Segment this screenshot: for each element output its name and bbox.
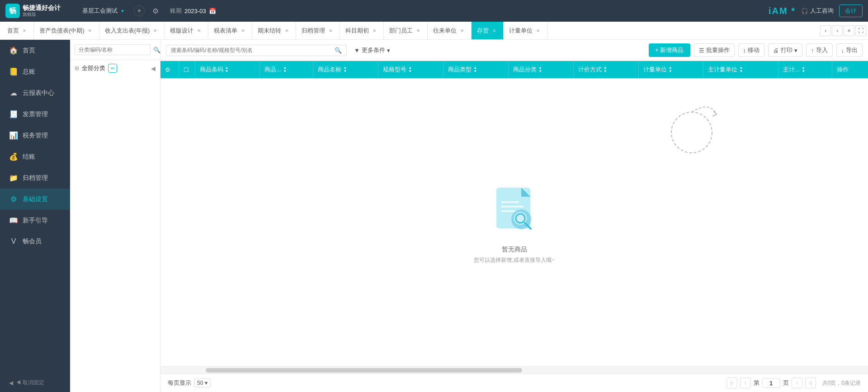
sort-name-icon[interactable]: ▲▼ — [343, 66, 347, 73]
tab-tax-list[interactable]: 税表清单 × — [208, 22, 252, 40]
tab-archive-close[interactable]: × — [327, 27, 334, 34]
category-search-icon[interactable]: 🔍 — [153, 47, 160, 53]
sidebar-item-archive[interactable]: 📁 归档管理 — [0, 167, 70, 189]
sidebar-item-beginner-guide[interactable]: 📖 新手引导 — [0, 210, 70, 231]
add-tab-button[interactable]: + — [134, 5, 145, 16]
tab-template-design[interactable]: 模版设计 × — [165, 22, 208, 40]
th-pricing[interactable]: 计价方式 ▲▼ — [573, 61, 638, 78]
sidebar: 🏠 首页 📒 总账 ☁ 云报表中心 🧾 发票管理 📊 税务管理 💰 结账 📁 归… — [0, 40, 70, 392]
sort-barcode-icon[interactable]: ▲▼ — [225, 66, 229, 73]
th-spec[interactable]: 规格型号 ▲▼ — [378, 61, 443, 78]
sidebar-cloud-report-label: 云报表中心 — [23, 89, 54, 97]
tab-close-all-button[interactable]: × — [844, 25, 854, 36]
sort-pricing-icon[interactable]: ▲▼ — [604, 66, 607, 73]
page-number-input[interactable] — [762, 378, 780, 388]
th-checkbox[interactable]: ☐ — [179, 61, 195, 78]
tab-tax-list-close[interactable]: × — [239, 27, 246, 34]
th-type[interactable]: 商品类型 ▲▼ — [443, 61, 509, 78]
account-button[interactable]: 会计 — [839, 5, 863, 17]
company-selector[interactable]: 基层工会测试 ▼ — [79, 5, 128, 17]
tab-period-transfer[interactable]: 期末结转 × — [252, 22, 296, 40]
svg-rect-4 — [501, 210, 517, 212]
sidebar-item-invoice[interactable]: 🧾 发票管理 — [0, 104, 70, 125]
product-search-input[interactable] — [171, 47, 332, 53]
sort-code-icon[interactable]: ▲▼ — [283, 66, 287, 73]
category-search-input[interactable] — [75, 44, 151, 55]
th-name[interactable]: 商品名称 ▲▼ — [313, 61, 378, 78]
tab-archive[interactable]: 归档管理 × — [296, 22, 340, 40]
tab-contacts[interactable]: 往来单位 × — [428, 22, 472, 40]
calendar-icon[interactable]: 📅 — [209, 8, 216, 14]
sidebar-item-basic-settings[interactable]: ⚙ 基础设置 — [0, 189, 70, 210]
sidebar-tax-label: 税务管理 — [23, 132, 48, 140]
tab-contacts-close[interactable]: × — [458, 27, 466, 34]
sidebar-item-tax[interactable]: 📊 税务管理 — [0, 125, 70, 146]
add-product-button[interactable]: + 新增商品 — [649, 43, 690, 57]
th-category[interactable]: 商品分类 ▲▼ — [508, 61, 573, 78]
sidebar-item-home[interactable]: 🏠 首页 — [0, 40, 70, 61]
sidebar-item-cloud-report[interactable]: ☁ 云报表中心 — [0, 82, 70, 104]
tab-home[interactable]: 首页 × — [2, 22, 34, 40]
horizontal-scrollbar[interactable] — [160, 366, 868, 373]
tab-prev-button[interactable]: ‹ — [820, 25, 831, 36]
th-main-unit[interactable]: 主计量单位 ▲▼ — [703, 61, 778, 78]
help-button[interactable]: 🎧 人工咨询 — [801, 7, 834, 15]
tab-period-transfer-close[interactable]: × — [283, 27, 290, 34]
filter-label: 更多条件 — [362, 46, 385, 54]
empty-description: 您可以选择新增,或者直接导入哦~ — [474, 256, 554, 264]
sidebar-item-ledger[interactable]: 📒 总账 — [0, 61, 70, 82]
th-barcode[interactable]: 商品条码 ▲▼ — [195, 61, 260, 78]
sort-spec-icon[interactable]: ▲▼ — [408, 66, 412, 73]
sort-unit-icon[interactable]: ▲▼ — [669, 66, 672, 73]
sort-type-icon[interactable]: ▲▼ — [473, 66, 477, 73]
tab-template-design-close[interactable]: × — [195, 27, 203, 34]
category-edit-button[interactable]: ✏ — [108, 64, 117, 73]
sort-main-unit2-icon[interactable]: ▲▼ — [802, 66, 805, 73]
tab-subject-init-close[interactable]: × — [371, 27, 378, 34]
sort-category-icon[interactable]: ▲▼ — [538, 66, 542, 73]
last-page-button[interactable]: ›| — [805, 378, 816, 388]
move-button[interactable]: ↕ 移动 — [738, 43, 765, 57]
tab-unit-close[interactable]: × — [534, 27, 542, 34]
tab-balance-sheet-close[interactable]: × — [86, 27, 94, 34]
tab-maximize-button[interactable]: ⛶ — [855, 25, 866, 36]
unpin-icon: ◀ — [9, 380, 13, 386]
first-page-button[interactable]: |‹ — [726, 378, 737, 388]
th-settings[interactable]: ⚙ — [160, 61, 179, 78]
print-button[interactable]: 🖨 打印 ▾ — [768, 43, 802, 57]
tab-dept-employee-close[interactable]: × — [415, 27, 422, 34]
tax-icon: 📊 — [9, 131, 18, 140]
scroll-thumb[interactable] — [206, 368, 522, 373]
sidebar-unpin-button[interactable]: ◀ ◀ 取消固定 — [0, 373, 70, 392]
import-button[interactable]: ↑ 导入 — [806, 43, 833, 57]
filter-button[interactable]: ▼ 更多条件 ▾ — [350, 44, 394, 56]
th-main-unit2[interactable]: 主计... ▲▼ — [778, 61, 832, 78]
tab-inventory[interactable]: 存货 × — [472, 22, 504, 40]
next-page-button[interactable]: › — [792, 378, 802, 388]
tab-unit[interactable]: 计量单位 × — [504, 22, 547, 40]
batch-operation-button[interactable]: ☰ 批量操作 — [694, 43, 735, 57]
tab-income-statement-close[interactable]: × — [151, 27, 159, 34]
th-code[interactable]: 商品... ▲▼ — [260, 61, 313, 78]
tab-home-close[interactable]: × — [21, 27, 28, 34]
sidebar-item-settlement[interactable]: 💰 结账 — [0, 146, 70, 167]
sort-main-unit-icon[interactable]: ▲▼ — [739, 66, 743, 73]
tab-balance-sheet[interactable]: 资产负债表(中期) × — [34, 22, 99, 40]
category-collapse-button[interactable]: ◀ — [151, 65, 156, 72]
tab-inventory-close[interactable]: × — [491, 27, 498, 34]
export-button[interactable]: ↓ 导出 — [836, 43, 863, 57]
sidebar-item-member[interactable]: V 畅会员 — [0, 231, 70, 252]
product-search-icon[interactable]: 🔍 — [335, 47, 342, 54]
svg-rect-2 — [501, 201, 519, 203]
header-right: iAM * 🎧 人工咨询 会计 — [769, 5, 863, 17]
per-page-select[interactable]: 50 ▾ — [194, 378, 211, 387]
table-checkbox-icon: ☐ — [184, 66, 189, 73]
tab-income-statement[interactable]: 收入支出表(年报) × — [99, 22, 165, 40]
tab-subject-init[interactable]: 科目期初 × — [340, 22, 384, 40]
logo-icon: 畅 — [5, 4, 20, 18]
tab-dept-employee[interactable]: 部门员工 × — [384, 22, 428, 40]
prev-page-button[interactable]: ‹ — [740, 378, 751, 388]
settings-button[interactable]: ⚙ — [150, 5, 161, 16]
tab-next-button[interactable]: › — [832, 25, 843, 36]
th-unit[interactable]: 计量单位 ▲▼ — [638, 61, 703, 78]
